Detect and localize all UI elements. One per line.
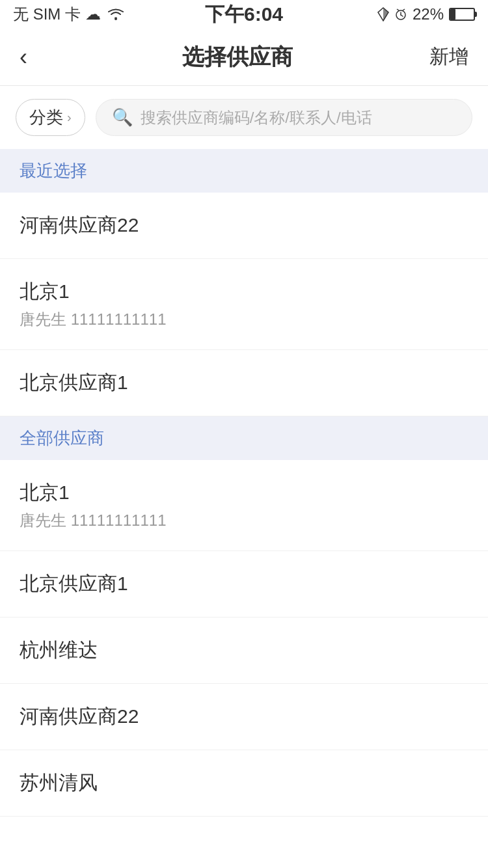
battery-percentage: 22% bbox=[413, 5, 444, 23]
item-name: 北京供应商1 bbox=[20, 370, 468, 396]
recent-section-label: 最近选择 bbox=[20, 161, 87, 180]
category-label: 分类 bbox=[29, 106, 63, 129]
item-name: 北京供应商1 bbox=[20, 571, 468, 597]
status-bar: 无 SIM 卡 ☁ 下午6:04 22% bbox=[0, 0, 488, 29]
all-section-label: 全部供应商 bbox=[20, 428, 104, 448]
svg-line-5 bbox=[397, 9, 399, 10]
list-item[interactable]: 北京1唐先生 11111111111 bbox=[0, 259, 488, 350]
svg-line-6 bbox=[403, 9, 405, 10]
status-time: 下午6:04 bbox=[205, 1, 283, 28]
list-item[interactable]: 河南供应商22 bbox=[0, 684, 488, 750]
list-item[interactable]: 北京供应商1 bbox=[0, 551, 488, 617]
category-button[interactable]: 分类 › bbox=[16, 99, 85, 136]
battery-icon bbox=[449, 8, 475, 21]
item-name: 苏州清风 bbox=[20, 770, 468, 796]
location-icon bbox=[377, 7, 389, 21]
list-item[interactable]: 苏州清风 bbox=[0, 750, 488, 817]
item-sub: 唐先生 11111111111 bbox=[20, 309, 468, 330]
alarm-icon bbox=[394, 7, 407, 21]
item-name: 北京1 bbox=[20, 480, 468, 506]
item-sub: 唐先生 11111111111 bbox=[20, 510, 468, 531]
search-icon: 🔍 bbox=[112, 107, 133, 128]
add-button[interactable]: 新增 bbox=[416, 44, 468, 70]
list-item[interactable]: 北京1唐先生 11111111111 bbox=[0, 460, 488, 551]
no-sim-text: 无 SIM 卡 ☁ bbox=[13, 4, 101, 25]
recent-items-list: 河南供应商22北京1唐先生 11111111111北京供应商1 bbox=[0, 193, 488, 416]
item-name: 河南供应商22 bbox=[20, 703, 468, 730]
back-button[interactable]: ‹ bbox=[20, 44, 59, 71]
svg-point-0 bbox=[115, 18, 117, 20]
status-left: 无 SIM 卡 ☁ bbox=[13, 4, 126, 25]
chevron-right-icon: › bbox=[67, 110, 72, 125]
list-item[interactable]: 杭州维达 bbox=[0, 617, 488, 684]
nav-bar: ‹ 选择供应商 新增 bbox=[0, 29, 488, 86]
item-name: 杭州维达 bbox=[20, 637, 468, 664]
item-name: 河南供应商22 bbox=[20, 212, 468, 239]
wifi-icon bbox=[106, 7, 126, 21]
page-title: 选择供应商 bbox=[182, 42, 293, 72]
all-section-header: 全部供应商 bbox=[0, 416, 488, 460]
item-name: 北京1 bbox=[20, 278, 468, 305]
search-box: 🔍 bbox=[96, 99, 472, 136]
svg-line-4 bbox=[401, 15, 403, 16]
status-right: 22% bbox=[377, 5, 475, 23]
all-items-list: 北京1唐先生 11111111111北京供应商1杭州维达河南供应商22苏州清风 bbox=[0, 460, 488, 817]
recent-section-header: 最近选择 bbox=[0, 149, 488, 193]
filter-bar: 分类 › 🔍 bbox=[0, 86, 488, 149]
list-item[interactable]: 河南供应商22 bbox=[0, 193, 488, 259]
list-item[interactable]: 北京供应商1 bbox=[0, 350, 488, 416]
search-input[interactable] bbox=[141, 109, 456, 127]
